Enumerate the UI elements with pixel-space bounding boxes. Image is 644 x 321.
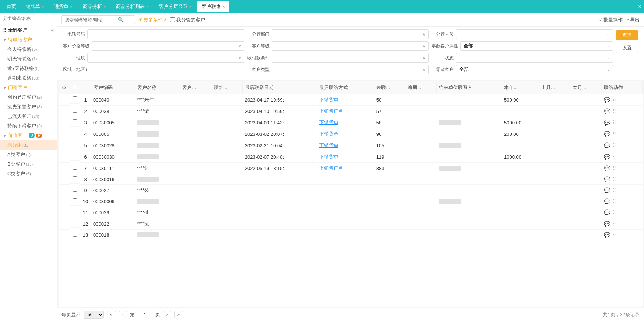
sidebar-all-customers-header[interactable]: ⠿ 全部客户 « xyxy=(0,24,57,35)
my-customers-checkbox[interactable]: 我分管的客户 xyxy=(170,17,205,23)
grid-action-icon[interactable]: ⠿ xyxy=(612,176,616,182)
message-icon[interactable]: 💬 xyxy=(604,97,610,103)
phone-input[interactable] xyxy=(87,29,244,39)
th-unit-contact[interactable]: 往来单位联系人 xyxy=(437,81,502,94)
th-this-year[interactable]: 本年... xyxy=(502,81,539,94)
message-icon[interactable]: 💬 xyxy=(604,108,610,114)
row-last-method[interactable]: 下销售订单 xyxy=(317,106,374,117)
region-more-dots[interactable]: ··· xyxy=(237,67,241,73)
grid-action-icon[interactable]: ⠿ xyxy=(612,120,616,126)
first-page-btn[interactable]: « xyxy=(107,311,116,318)
grid-action-icon[interactable]: ⠿ xyxy=(612,198,616,204)
row-checkbox[interactable] xyxy=(73,96,77,101)
close-tab-crm[interactable]: × xyxy=(189,4,191,9)
th-last-month[interactable]: 上月... xyxy=(539,81,570,94)
more-conditions-btn[interactable]: ▼ 更多条件 ∧ xyxy=(138,17,167,23)
sidebar-item-lost[interactable]: 已流失客户 (24) xyxy=(0,112,57,121)
th-name[interactable]: 客户名称 xyxy=(135,81,180,94)
message-icon[interactable]: 💬 xyxy=(604,120,610,126)
th-code[interactable]: 客户编码 xyxy=(91,81,135,94)
sidebar-item-class-b[interactable]: B类客户 (33) xyxy=(0,159,57,169)
select-all-check[interactable] xyxy=(73,85,77,89)
row-last-method[interactable] xyxy=(317,174,374,185)
row-checkbox[interactable] xyxy=(73,108,77,113)
grid-action-icon[interactable]: ⠿ xyxy=(612,165,616,171)
status-select[interactable]: ∨ xyxy=(456,53,613,63)
group-value[interactable]: ▼ 价值客户 ↺ R xyxy=(0,131,57,140)
message-icon[interactable]: 💬 xyxy=(604,221,610,227)
prev-page-btn[interactable]: ‹ xyxy=(119,311,127,318)
sidebar-item-overdue[interactable]: 逾期未联络 (30) xyxy=(0,73,57,83)
grid-action-icon[interactable]: ⠿ xyxy=(612,108,616,114)
grid-action-icon[interactable]: ⠿ xyxy=(612,97,616,103)
row-last-method[interactable] xyxy=(317,185,374,196)
sidebar-item-class-c[interactable]: C类客户 (6) xyxy=(0,169,57,179)
row-checkbox[interactable] xyxy=(73,198,77,203)
query-btn[interactable]: 查询 xyxy=(616,30,638,40)
row-checkbox[interactable] xyxy=(73,232,77,237)
th-gear[interactable]: ⚙ xyxy=(59,81,70,94)
message-icon[interactable]: 💬 xyxy=(604,198,610,204)
grid-action-icon[interactable]: ⠿ xyxy=(612,154,616,160)
window-close[interactable]: × xyxy=(638,3,641,10)
row-last-method[interactable] xyxy=(317,218,374,230)
th-type[interactable]: 客户... xyxy=(180,81,211,94)
sidebar-collapse-icon[interactable]: « xyxy=(51,27,54,33)
th-not-contacted[interactable]: 未联... xyxy=(374,81,405,94)
tab-crm[interactable]: 客户分层经营 × xyxy=(155,1,196,12)
message-icon[interactable]: 💬 xyxy=(604,131,610,137)
sidebar-item-ungroup[interactable]: 未分组 (32) xyxy=(0,140,57,150)
row-last-method[interactable] xyxy=(317,230,374,240)
grid-action-icon[interactable]: ⠿ xyxy=(612,232,616,238)
region-select[interactable]: ··· xyxy=(92,65,244,74)
row-checkbox[interactable] xyxy=(73,187,77,192)
per-page-select[interactable]: 50 100 200 xyxy=(84,311,104,319)
search-input[interactable] xyxy=(65,17,116,22)
close-tab-analysis[interactable]: × xyxy=(103,4,106,9)
row-last-method[interactable]: 下销货单 xyxy=(317,94,374,106)
row-checkbox[interactable] xyxy=(73,165,77,170)
row-checkbox[interactable] xyxy=(73,176,77,181)
close-tab-sales[interactable]: × xyxy=(42,4,44,9)
row-checkbox[interactable] xyxy=(73,142,77,147)
person-select[interactable]: ··· xyxy=(456,29,613,39)
grid-action-icon[interactable]: ⠿ xyxy=(612,209,616,215)
row-last-method[interactable]: 下销货单 xyxy=(317,140,374,151)
message-icon[interactable]: 💬 xyxy=(604,187,610,193)
payment-select[interactable]: ∨ xyxy=(272,53,429,63)
sidebar-item-7days[interactable]: 近7天待联络 (0) xyxy=(0,64,57,73)
row-checkbox[interactable] xyxy=(73,221,77,225)
th-check[interactable] xyxy=(70,81,80,94)
close-tab-contact[interactable]: × xyxy=(222,4,225,9)
close-tab-analysis-list[interactable]: × xyxy=(146,4,148,9)
group-pending[interactable]: ▼ 待联络客户 xyxy=(0,35,57,45)
row-last-method[interactable] xyxy=(317,196,374,207)
reset-btn[interactable]: 设置 xyxy=(616,43,638,53)
row-last-method[interactable]: 下销货单 xyxy=(317,151,374,163)
refresh-icon[interactable]: ↺ xyxy=(29,133,35,138)
grid-action-icon[interactable]: ⠿ xyxy=(612,131,616,137)
my-customers-check[interactable] xyxy=(170,17,175,22)
nav-home[interactable]: 首页 xyxy=(3,2,20,11)
group-problem[interactable]: ▼ 问题客户 xyxy=(0,83,57,92)
tab-purchase[interactable]: 进货单 × xyxy=(50,1,77,12)
row-last-method[interactable] xyxy=(317,207,374,218)
row-last-method[interactable]: 下销货单 xyxy=(317,128,374,140)
th-contact[interactable]: 联络... xyxy=(211,81,243,94)
message-icon[interactable]: 💬 xyxy=(604,209,610,215)
sidebar-item-class-a[interactable]: A类客户 (1) xyxy=(0,150,57,159)
th-last-method[interactable]: 最后联络方式 xyxy=(317,81,374,94)
cust-grade-select[interactable]: ∨ xyxy=(272,41,429,51)
tab-analysis-list[interactable]: 商品分析列表 × xyxy=(112,1,153,12)
batch-op-btn[interactable]: ☑ 批量操作 xyxy=(598,17,623,23)
message-icon[interactable]: 💬 xyxy=(604,142,610,148)
export-btn[interactable]: ↑ 导出 xyxy=(627,17,640,23)
dept-select[interactable]: ∨ xyxy=(272,29,429,39)
grid-action-icon[interactable]: ⠿ xyxy=(612,221,616,227)
message-icon[interactable]: 💬 xyxy=(604,176,610,182)
nature-select[interactable]: ∨ xyxy=(87,53,244,63)
price-grade-select[interactable]: ∨ xyxy=(92,41,244,51)
scatter-cust-select[interactable]: 全部 ∨ xyxy=(456,65,613,74)
th-last-date[interactable]: 最后联系日期 xyxy=(243,81,317,94)
cust-type-select[interactable]: ∨ xyxy=(272,65,429,74)
